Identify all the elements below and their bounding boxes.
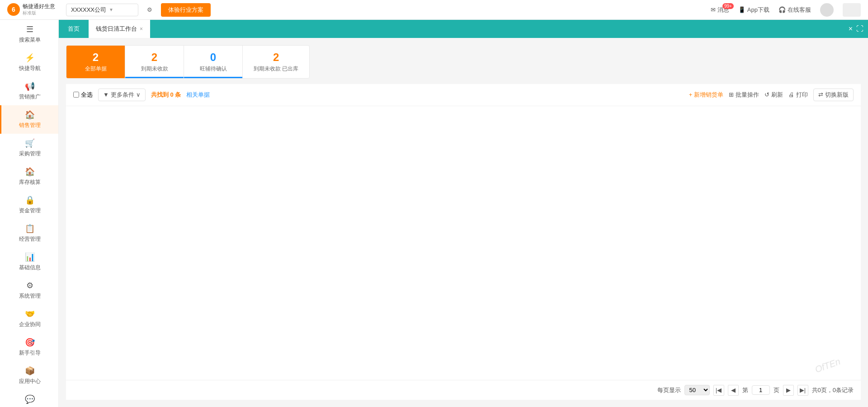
- page-content: 2 全部单据 2 到期未收款 0 旺辅待确认 2 到期未收款 已出库 全选: [59, 38, 868, 407]
- sidebar-item-finance[interactable]: 🔒资金管理: [0, 191, 58, 219]
- sidebar: ☰搜索菜单⚡快捷导航📢营销推广🏠销售管理🛒采购管理🏠库存核算🔒资金管理📋经营管理…: [0, 20, 59, 407]
- select-all-label: 全选: [81, 91, 93, 99]
- tab-close-icon[interactable]: ×: [140, 26, 143, 32]
- batch-label: 批量操作: [736, 91, 759, 99]
- per-page-select[interactable]: 102050100: [684, 385, 710, 395]
- count-number: 0: [170, 91, 174, 98]
- stat-number-wangdian-pending: 0: [195, 51, 231, 64]
- next-page-btn[interactable]: ▶: [783, 385, 794, 396]
- sidebar-label-purchase: 采购管理: [19, 150, 41, 158]
- stat-card-wangdian-pending[interactable]: 0 旺辅待确认: [184, 46, 243, 78]
- stat-label-all: 全部单据: [77, 65, 114, 73]
- company-arrow: ▼: [109, 7, 113, 12]
- sidebar-label-basic-info: 基础信息: [19, 264, 41, 271]
- avatar[interactable]: [820, 3, 834, 17]
- trial-button[interactable]: 体验行业方案: [161, 3, 211, 17]
- sidebar-label-enterprise: 企业协同: [19, 321, 41, 328]
- related-link[interactable]: 相关单据: [186, 91, 210, 99]
- sidebar-label-guide: 新手引导: [19, 349, 41, 357]
- last-page-btn[interactable]: ▶|: [797, 385, 808, 396]
- sidebar-item-enterprise[interactable]: 🤝企业协同: [0, 304, 58, 333]
- print-btn[interactable]: 🖨 打印: [788, 91, 808, 99]
- filter-button[interactable]: ▼ 更多条件 ∨: [98, 89, 146, 101]
- tab-minimize-btn[interactable]: ×: [849, 25, 853, 33]
- sidebar-label-inventory: 库存核算: [19, 178, 41, 186]
- tab-actions: × ⛶: [844, 25, 868, 33]
- sidebar-label-quick-nav: 快捷导航: [19, 65, 41, 72]
- message-item[interactable]: ✉ 消息 99+: [711, 6, 729, 14]
- stat-number-overdue-unpaid: 2: [136, 51, 173, 64]
- tab-active-label: 钱货日清工作台: [96, 25, 137, 33]
- batch-icon: ⊞: [729, 91, 734, 98]
- app-name: 畅捷通好生意: [23, 3, 55, 9]
- tab-maximize-btn[interactable]: ⛶: [856, 25, 863, 33]
- download-icon: 📱: [738, 6, 745, 13]
- sidebar-item-basic-info[interactable]: 📊基础信息: [0, 248, 58, 276]
- pagination: 每页显示 102050100 |◀ ◀ 第 页 ▶ ▶| 共0页，0条记录: [66, 380, 861, 400]
- online-service-label: 在线客服: [788, 6, 811, 14]
- sidebar-icon-enterprise: 🤝: [25, 309, 35, 319]
- sidebar-item-wechat[interactable]: 💬企业微信: [0, 390, 58, 407]
- prev-page-btn[interactable]: ◀: [728, 385, 739, 396]
- select-all-checkbox[interactable]: 全选: [73, 91, 93, 99]
- sidebar-icon-operations: 📋: [25, 224, 35, 234]
- tab-active[interactable]: 钱货日清工作台 ×: [89, 20, 150, 38]
- sidebar-item-operations[interactable]: 📋经营管理: [0, 219, 58, 248]
- sidebar-item-inventory[interactable]: 🏠库存核算: [0, 162, 58, 191]
- user-menu[interactable]: [843, 3, 861, 17]
- sidebar-label-finance: 资金管理: [19, 207, 41, 215]
- sidebar-item-app-center[interactable]: 📦应用中心: [0, 361, 58, 390]
- filter-label: 更多条件: [111, 91, 134, 99]
- online-service-item[interactable]: 🎧 在线客服: [778, 6, 811, 14]
- batch-action-btn[interactable]: ⊞ 批量操作: [729, 91, 759, 99]
- sidebar-icon-purchase: 🛒: [25, 138, 35, 148]
- switch-version-btn[interactable]: ⇄ 切换新版: [813, 89, 854, 101]
- service-icon: 🎧: [778, 6, 786, 13]
- refresh-btn[interactable]: ↺ 刷新: [764, 91, 783, 99]
- sidebar-item-search-menu[interactable]: ☰搜索菜单: [0, 20, 58, 48]
- sidebar-label-marketing: 营销推广: [19, 93, 41, 101]
- sidebar-icon-wechat: 💬: [25, 394, 35, 404]
- toolbar-right: + 新增销货单 ⊞ 批量操作 ↺ 刷新 🖨 打印 ⇄: [689, 89, 854, 101]
- switch-label: 切换新版: [825, 91, 849, 99]
- print-label: 打印: [796, 91, 808, 99]
- total-label: 共0页，0条记录: [812, 386, 854, 394]
- sidebar-icon-inventory: 🏠: [25, 167, 35, 177]
- app-tag: 标准版: [23, 10, 55, 16]
- switch-icon: ⇄: [818, 91, 823, 98]
- stat-card-overdue-unpaid[interactable]: 2 到期未收款: [125, 46, 184, 78]
- sidebar-label-sales: 销售管理: [19, 122, 41, 129]
- stat-card-overdue-undelivered[interactable]: 2 到期未收款 已出库: [243, 46, 309, 78]
- sidebar-icon-guide: 🎯: [25, 337, 35, 347]
- app-download-label: App下载: [747, 6, 769, 14]
- stats-row: 2 全部单据 2 到期未收款 0 旺辅待确认 2 到期未收款 已出库: [66, 45, 310, 79]
- sidebar-item-marketing[interactable]: 📢营销推广: [0, 77, 58, 105]
- add-sales-order-btn[interactable]: + 新增销货单: [689, 91, 723, 99]
- sidebar-icon-system: ⚙: [26, 281, 33, 290]
- page-label: 第: [742, 386, 748, 394]
- settings-icon[interactable]: ⚙: [143, 3, 156, 17]
- first-page-btn[interactable]: |◀: [713, 385, 724, 396]
- sidebar-item-sales[interactable]: 🏠销售管理: [0, 105, 58, 134]
- sidebar-icon-app-center: 📦: [25, 366, 35, 376]
- company-selector[interactable]: XXXXXX公司 ▼: [66, 4, 138, 16]
- sidebar-item-system[interactable]: ⚙系统管理: [0, 276, 58, 304]
- stat-number-all: 2: [77, 51, 114, 64]
- stat-label-wangdian-pending: 旺辅待确认: [195, 65, 231, 73]
- content-area: 首页 钱货日清工作台 × × ⛶ 2 全部单据 2 到期未收款 0 旺: [59, 20, 868, 407]
- sidebar-item-guide[interactable]: 🎯新手引导: [0, 333, 58, 361]
- sidebar-item-quick-nav[interactable]: ⚡快捷导航: [0, 48, 58, 77]
- company-name: XXXXXX公司: [71, 6, 106, 14]
- checkbox-input[interactable]: [73, 92, 79, 98]
- main-layout: ☰搜索菜单⚡快捷导航📢营销推广🏠销售管理🛒采购管理🏠库存核算🔒资金管理📋经营管理…: [0, 20, 868, 407]
- sidebar-icon-search-menu: ☰: [26, 24, 33, 34]
- page-number-input[interactable]: [752, 385, 770, 395]
- sidebar-item-purchase[interactable]: 🛒采购管理: [0, 134, 58, 162]
- stat-card-all[interactable]: 2 全部单据: [66, 46, 125, 78]
- sidebar-icon-finance: 🔒: [25, 195, 35, 205]
- message-badge: 99+: [722, 3, 734, 9]
- app-download-item[interactable]: 📱 App下载: [738, 6, 769, 14]
- refresh-icon: ↺: [764, 91, 769, 98]
- tab-home[interactable]: 首页: [59, 20, 89, 38]
- stat-label-overdue-unpaid: 到期未收款: [136, 65, 173, 73]
